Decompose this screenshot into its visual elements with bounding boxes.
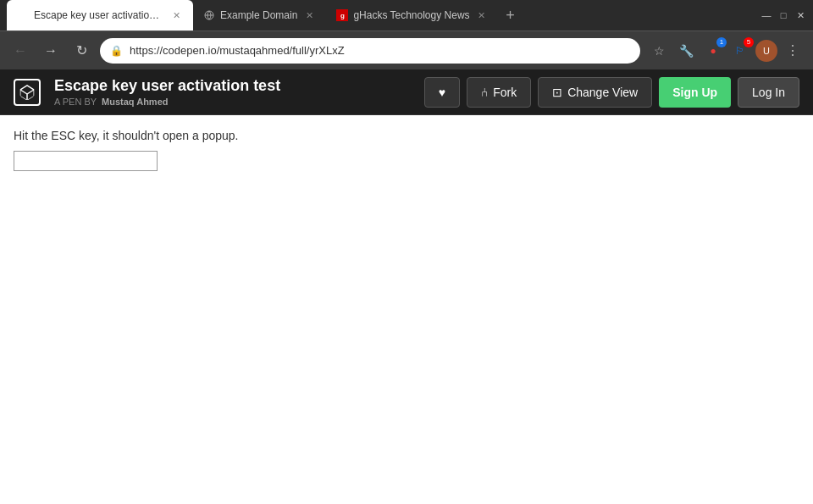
view-icon: ⊡: [552, 86, 562, 99]
tab-title-3: gHacks Technology News: [353, 9, 469, 21]
change-view-button[interactable]: ⊡ Change View: [538, 77, 652, 108]
tab-title-1: Escape key user activation test: [34, 9, 164, 21]
test-input[interactable]: [14, 151, 158, 171]
new-tab-button[interactable]: +: [499, 3, 523, 27]
content-area: Hit the ESC key, it shouldn't open a pop…: [0, 115, 813, 504]
avatar[interactable]: U: [755, 40, 777, 62]
instruction-text: Hit the ESC key, it shouldn't open a pop…: [14, 129, 799, 142]
forward-button[interactable]: →: [39, 39, 63, 63]
pen-by-label: A PEN BY: [54, 97, 97, 107]
heart-button[interactable]: ♥: [424, 77, 460, 108]
pen-title-group: Escape key user activation test A PEN BY…: [54, 77, 280, 107]
lock-icon: 🔒: [110, 45, 123, 57]
bookmark-icon[interactable]: ☆: [647, 39, 671, 63]
minimize-button[interactable]: —: [760, 9, 772, 21]
tab-favicon-3: g: [336, 9, 348, 21]
back-button[interactable]: ←: [8, 39, 32, 63]
view-label: Change View: [567, 86, 638, 99]
menu-icon[interactable]: ⋮: [781, 39, 805, 63]
badge-wrap-2: 🏳 5: [728, 39, 752, 63]
svg-marker-0: [18, 10, 28, 19]
codepen-header: Escape key user activation test A PEN BY…: [0, 69, 813, 115]
badge-count-1: 1: [716, 37, 727, 47]
tab-title-2: Example Domain: [220, 9, 297, 21]
badge-wrap-1: ● 1: [701, 39, 725, 63]
codepen-actions: ♥ ⑃ Fork ⊡ Change View Sign Up Log In: [424, 77, 799, 108]
extension-icon[interactable]: 🔧: [674, 39, 698, 63]
signup-button[interactable]: Sign Up: [659, 77, 731, 108]
title-bar: Escape key user activation test ✕ Exampl…: [0, 0, 813, 30]
window-controls: — □ ✕: [760, 9, 806, 21]
tab-close-1[interactable]: ✕: [169, 8, 183, 22]
pen-title: Escape key user activation test: [54, 77, 280, 95]
close-button[interactable]: ✕: [794, 9, 806, 21]
tab-ghacks[interactable]: g gHacks Technology News ✕: [326, 0, 498, 30]
fork-label: Fork: [493, 86, 517, 99]
address-input[interactable]: 🔒 https://codepen.io/mustaqahmed/full/yr…: [100, 38, 640, 64]
login-label: Log In: [752, 86, 785, 99]
tab-close-2[interactable]: ✕: [302, 8, 316, 22]
url-text: https://codepen.io/mustaqahmed/full/yrXL…: [130, 44, 630, 57]
tab-favicon-1: [17, 9, 29, 21]
badge-count-2: 5: [744, 37, 754, 47]
tab-favicon-2: [203, 9, 215, 21]
tab-escape-key[interactable]: Escape key user activation test ✕: [7, 0, 193, 30]
signup-label: Sign Up: [672, 86, 717, 99]
heart-icon: ♥: [439, 86, 445, 99]
tab-close-3[interactable]: ✕: [475, 8, 489, 22]
codepen-logo[interactable]: [14, 79, 41, 106]
reload-button[interactable]: ↻: [69, 39, 93, 63]
fork-button[interactable]: ⑃ Fork: [467, 77, 531, 108]
fork-icon: ⑃: [481, 86, 488, 99]
pen-author-line: A PEN BY Mustaq Ahmed: [54, 97, 280, 107]
pen-author[interactable]: Mustaq Ahmed: [102, 97, 168, 107]
login-button[interactable]: Log In: [738, 77, 799, 108]
address-actions: ☆ 🔧 ● 1 🏳 5 U ⋮: [647, 39, 805, 63]
tab-example-domain[interactable]: Example Domain ✕: [193, 0, 326, 30]
browser-window: Escape key user activation test ✕ Exampl…: [0, 0, 813, 504]
address-bar: ← → ↻ 🔒 https://codepen.io/mustaqahmed/f…: [0, 30, 813, 69]
maximize-button[interactable]: □: [777, 9, 789, 21]
